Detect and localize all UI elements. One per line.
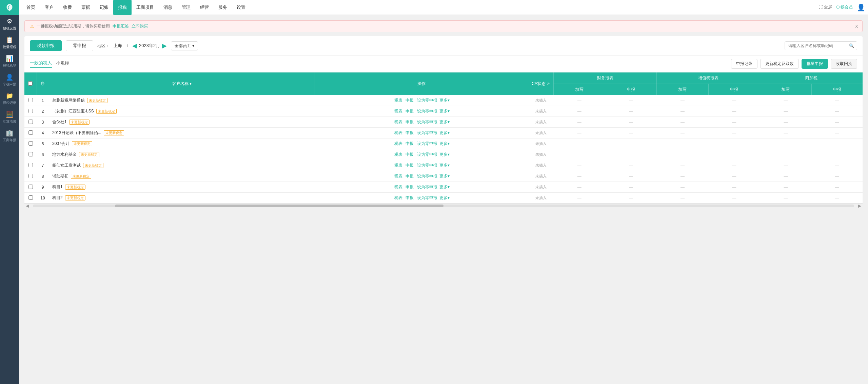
tab-small-scale[interactable]: 小规模 xyxy=(56,60,69,68)
action-tax-table[interactable]: 税表 xyxy=(394,120,402,124)
action-zero-declare[interactable]: 设为零申报 xyxy=(417,195,437,200)
tab-zero-declare[interactable]: 零申报 xyxy=(66,40,93,51)
row-checkbox[interactable] xyxy=(28,185,33,189)
action-declare[interactable]: 申报 xyxy=(406,98,414,103)
action-tax-table[interactable]: 税表 xyxy=(394,174,402,178)
action-declare[interactable]: 申报 xyxy=(406,185,414,189)
ca-filter-icon[interactable]: ⊙ xyxy=(547,81,550,86)
row-checkbox[interactable] xyxy=(28,120,33,124)
nav-service[interactable]: 服务 xyxy=(214,0,232,15)
nav-tax[interactable]: 报税 xyxy=(113,0,132,15)
action-more[interactable]: 更多▾ xyxy=(439,141,450,146)
action-zero-declare[interactable]: 设为零申报 xyxy=(417,163,437,168)
tab-tax-declare[interactable]: 税款申报 xyxy=(30,40,62,51)
action-more[interactable]: 更多▾ xyxy=(439,163,450,168)
action-more[interactable]: 更多▾ xyxy=(439,98,450,103)
action-declare[interactable]: 申报 xyxy=(406,120,414,124)
row-financial-fill: — xyxy=(554,149,605,160)
action-tax-table[interactable]: 税表 xyxy=(394,195,402,200)
nav-settings[interactable]: 设置 xyxy=(232,0,250,15)
notice-close[interactable]: X xyxy=(855,24,858,29)
sidebar-item-business-report[interactable]: 🏢 工商年报 xyxy=(0,127,19,145)
action-declare[interactable]: 申报 xyxy=(406,130,414,135)
notice-link-report[interactable]: 申报汇签 xyxy=(113,23,129,29)
sidebar-item-calc-clear[interactable]: 🧮 汇算清缴 xyxy=(0,108,19,127)
row-checkbox[interactable] xyxy=(28,195,33,200)
action-more[interactable]: 更多▾ xyxy=(439,195,450,200)
action-tax-table[interactable]: 税表 xyxy=(394,163,402,168)
action-zero-declare[interactable]: 设为零申报 xyxy=(417,141,437,146)
nav-business[interactable]: 工商项目 xyxy=(132,0,159,15)
action-more[interactable]: 更多▾ xyxy=(439,109,450,113)
nav-customer[interactable]: 客户 xyxy=(40,0,58,15)
scrollbar-track[interactable] xyxy=(33,205,854,207)
prev-date-btn[interactable]: ◀ xyxy=(132,42,137,49)
member-btn[interactable]: ⬡ 畅会员 xyxy=(836,4,853,10)
action-tax-table[interactable]: 税表 xyxy=(394,109,402,113)
avatar[interactable]: 👤 xyxy=(857,3,865,12)
sidebar-item-tax-settings[interactable]: ⚙ 报税设置 xyxy=(0,15,19,34)
action-zero-declare[interactable]: 设为零申报 xyxy=(417,109,437,113)
notice-link-buy[interactable]: 立即购买 xyxy=(132,23,148,29)
action-zero-declare[interactable]: 设为零申报 xyxy=(417,120,437,124)
select-all-checkbox[interactable] xyxy=(28,81,33,86)
nav-management[interactable]: 管理 xyxy=(177,0,195,15)
action-declare[interactable]: 申报 xyxy=(406,141,414,146)
action-tax-table[interactable]: 税表 xyxy=(394,141,402,146)
batch-declare-btn[interactable]: 批量申报 xyxy=(802,59,828,69)
nav-home[interactable]: 首页 xyxy=(22,0,40,15)
action-more[interactable]: 更多▾ xyxy=(439,120,450,124)
update-tax-btn[interactable]: 更新税定及取数 xyxy=(760,59,799,69)
info-icon[interactable]: ℹ xyxy=(126,43,128,48)
action-declare[interactable]: 申报 xyxy=(406,109,414,113)
action-zero-declare[interactable]: 设为零申报 xyxy=(417,185,437,189)
action-tax-table[interactable]: 税表 xyxy=(394,152,402,157)
nav-collection[interactable]: 收费 xyxy=(58,0,77,15)
row-checkbox[interactable] xyxy=(28,130,33,135)
row-checkbox[interactable] xyxy=(28,98,33,102)
nav-message[interactable]: 消息 xyxy=(159,0,177,15)
action-more[interactable]: 更多▾ xyxy=(439,130,450,135)
next-date-btn[interactable]: ▶ xyxy=(162,42,167,49)
sidebar-item-tax-records[interactable]: 📁 报税记录 xyxy=(0,89,19,108)
action-more[interactable]: 更多▾ xyxy=(439,174,450,178)
sidebar-item-personal-tax[interactable]: 👤 个税申报 xyxy=(0,71,19,89)
nav-operation[interactable]: 经营 xyxy=(195,0,214,15)
sidebar-item-tax-overview[interactable]: 📊 报税总览 xyxy=(0,52,19,71)
action-declare[interactable]: 申报 xyxy=(406,163,414,168)
nav-accounting[interactable]: 记账 xyxy=(95,0,113,15)
row-checkbox[interactable] xyxy=(28,141,33,146)
search-button[interactable]: 🔍 xyxy=(846,42,857,50)
scroll-left-icon[interactable]: ◀ xyxy=(24,204,30,208)
row-checkbox[interactable] xyxy=(28,152,33,156)
withdraw-btn[interactable]: 收取回执 xyxy=(831,59,857,69)
declare-records-btn[interactable]: 申报记录 xyxy=(731,59,757,69)
action-declare[interactable]: 申报 xyxy=(406,152,414,157)
row-checkbox[interactable] xyxy=(28,163,33,167)
action-zero-declare[interactable]: 设为零申报 xyxy=(417,130,437,135)
fullscreen-btn[interactable]: ⛶ 全屏 xyxy=(818,4,832,10)
scroll-right-icon[interactable]: ▶ xyxy=(857,204,863,208)
action-tax-table[interactable]: 税表 xyxy=(394,98,402,103)
action-zero-declare[interactable]: 设为零申报 xyxy=(417,98,437,103)
tab-general-taxpayer[interactable]: 一般的税人 xyxy=(30,60,52,68)
row-ops: 税表 申报 设为零申报 更多▾ xyxy=(315,160,528,171)
horizontal-scrollbar[interactable]: ◀ ▶ xyxy=(24,204,863,208)
row-checkbox[interactable] xyxy=(28,109,33,113)
action-tax-table[interactable]: 税表 xyxy=(394,130,402,135)
sort-icon[interactable]: ▾ xyxy=(190,81,192,86)
dept-select[interactable]: 全部员工 ▾ xyxy=(171,41,198,50)
action-declare[interactable]: 申报 xyxy=(406,195,414,200)
action-more[interactable]: 更多▾ xyxy=(439,152,450,157)
action-tax-table[interactable]: 税表 xyxy=(394,185,402,189)
row-checkbox[interactable] xyxy=(28,174,33,178)
action-declare[interactable]: 申报 xyxy=(406,174,414,178)
action-more[interactable]: 更多▾ xyxy=(439,185,450,189)
sidebar-item-label: 报税设置 xyxy=(3,26,16,31)
nav-invoice[interactable]: 票据 xyxy=(77,0,95,15)
action-zero-declare[interactable]: 设为零申报 xyxy=(417,152,437,157)
scrollbar-thumb[interactable] xyxy=(115,205,443,207)
sidebar-item-batch-tax[interactable]: 📋 批量报税 xyxy=(0,34,19,52)
search-input[interactable] xyxy=(785,42,846,50)
action-zero-declare[interactable]: 设为零申报 xyxy=(417,174,437,178)
